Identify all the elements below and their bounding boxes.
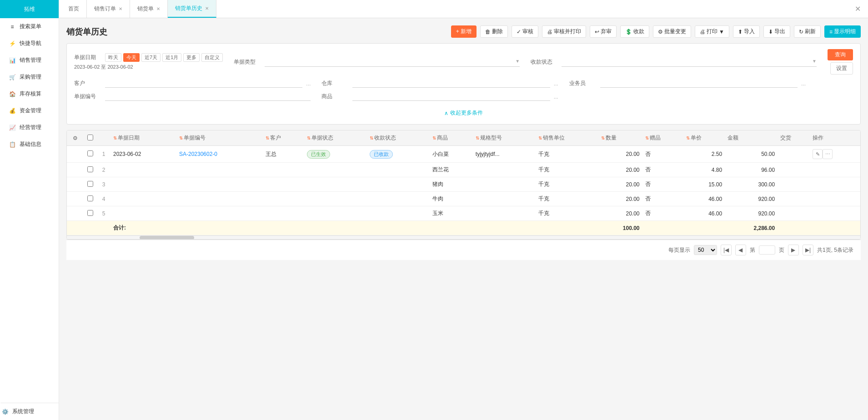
customer-ellipsis-btn[interactable]: ... bbox=[306, 80, 311, 87]
col-payment-status[interactable]: ⇅收款状态 bbox=[367, 130, 430, 146]
sidebar-item-search-menu[interactable]: ≡ 搜索菜单 bbox=[0, 18, 59, 35]
audit-button[interactable]: ✓ 审核 bbox=[512, 25, 538, 38]
export-button[interactable]: ⬇ 导出 bbox=[763, 25, 790, 38]
sidebar-item-basic-info[interactable]: 📋 基础信息 bbox=[0, 136, 59, 153]
refresh-button[interactable]: ↻ 刷新 bbox=[794, 25, 821, 38]
row-amount: 920.00 bbox=[725, 206, 778, 221]
date-btn-1month[interactable]: 近1月 bbox=[162, 53, 181, 62]
last-page-btn[interactable]: ▶| bbox=[803, 245, 813, 255]
col-goods[interactable]: ⇅商品 bbox=[430, 130, 473, 146]
date-btn-7days[interactable]: 近7天 bbox=[141, 53, 161, 62]
edit-btn[interactable]: ✎ bbox=[813, 149, 823, 159]
sidebar-item-system-mgmt[interactable]: ⚙️ 系统管理 bbox=[0, 403, 59, 420]
col-settings[interactable]: ⚙ bbox=[67, 130, 83, 146]
audit-print-icon: 🖨 bbox=[547, 29, 552, 35]
tab-close-sales-goods[interactable]: ✕ bbox=[156, 6, 160, 11]
col-unit[interactable]: ⇅销售单位 bbox=[536, 130, 598, 146]
col-docno[interactable]: ⇅单据编号 bbox=[176, 130, 263, 146]
col-spec[interactable]: ⇅规格型号 bbox=[473, 130, 536, 146]
sort-docstatus-icon: ⇅ bbox=[307, 135, 311, 140]
first-page-btn[interactable]: |◀ bbox=[721, 245, 732, 255]
tab-sales-goods[interactable]: 销货单 ✕ bbox=[130, 0, 168, 18]
delete-button[interactable]: 🗑 删除 bbox=[480, 25, 508, 38]
payment-status-label: 收款状态 bbox=[531, 58, 558, 66]
abandon-button[interactable]: ↩ 弃审 bbox=[590, 25, 617, 38]
row-checkbox[interactable] bbox=[87, 166, 93, 172]
row-amount: 300.00 bbox=[725, 177, 778, 192]
collect-button[interactable]: 💲 收款 bbox=[620, 25, 649, 38]
col-action: 操作 bbox=[810, 130, 860, 146]
sidebar-item-operations-mgmt[interactable]: 📈 经营管理 bbox=[0, 119, 59, 136]
import-button[interactable]: ⬆ 导入 bbox=[733, 25, 760, 38]
row-check[interactable] bbox=[83, 206, 97, 221]
tab-sales-history[interactable]: 销货单历史 ✕ bbox=[168, 0, 216, 18]
row-docno[interactable] bbox=[176, 192, 263, 206]
row-check[interactable] bbox=[83, 177, 97, 192]
capital-mgmt-icon: 💰 bbox=[9, 107, 16, 115]
warehouse-label: 仓库 bbox=[321, 80, 349, 87]
next-page-btn[interactable]: ▶ bbox=[788, 245, 799, 255]
col-gift[interactable]: ⇅赠品 bbox=[642, 130, 684, 146]
row-docno[interactable] bbox=[176, 206, 263, 221]
warehouse-input[interactable] bbox=[352, 79, 550, 88]
col-check[interactable] bbox=[83, 130, 97, 146]
row-checkbox[interactable] bbox=[87, 150, 93, 156]
batch-change-button[interactable]: ⚙ 批量变更 bbox=[653, 25, 691, 38]
payment-status-input[interactable] bbox=[562, 57, 812, 65]
col-price[interactable]: ⇅单价 bbox=[683, 130, 725, 146]
tab-close-sales-order[interactable]: ✕ bbox=[119, 6, 122, 11]
row-check[interactable] bbox=[83, 146, 97, 163]
audit-print-button[interactable]: 🖨 审核并打印 bbox=[542, 25, 586, 38]
customer-input[interactable] bbox=[105, 79, 302, 88]
col-qty[interactable]: ⇅数量 bbox=[598, 130, 642, 146]
row-payment-status bbox=[367, 206, 430, 221]
show-detail-button[interactable]: ≡ 显示明细 bbox=[824, 25, 861, 38]
sidebar-item-capital-mgmt[interactable]: 💰 资金管理 bbox=[0, 102, 59, 119]
warehouse-ellipsis-btn[interactable]: ... bbox=[554, 80, 558, 87]
page-input[interactable]: 1 bbox=[759, 245, 775, 255]
horizontal-scrollbar[interactable] bbox=[67, 235, 860, 239]
date-btn-custom[interactable]: 自定义 bbox=[201, 53, 223, 62]
set-button[interactable]: 设置 bbox=[830, 62, 853, 75]
row-date: 2023-06-02 bbox=[110, 146, 176, 163]
row-checkbox[interactable] bbox=[87, 210, 93, 216]
prev-page-btn[interactable]: ◀ bbox=[735, 245, 746, 255]
tab-sales-order[interactable]: 销售订单 ✕ bbox=[87, 0, 130, 18]
select-all-checkbox[interactable] bbox=[87, 135, 93, 140]
date-btn-yesterday[interactable]: 昨天 bbox=[105, 53, 121, 62]
col-date[interactable]: ⇅单据日期 bbox=[110, 130, 176, 146]
tab-home[interactable]: 首页 bbox=[59, 0, 87, 18]
employee-ellipsis-btn[interactable]: ... bbox=[801, 80, 806, 87]
date-btn-more[interactable]: 更多 bbox=[183, 53, 200, 62]
row-docno[interactable]: SA-20230602-0 bbox=[176, 146, 263, 163]
print-button[interactable]: 🖨 打印 ▼ bbox=[695, 25, 729, 38]
docno-input[interactable] bbox=[105, 92, 311, 101]
doc-type-input[interactable] bbox=[265, 57, 515, 65]
tab-bar-close-all[interactable]: ✕ bbox=[848, 5, 868, 13]
goods-ellipsis-btn[interactable]: ... bbox=[554, 94, 558, 100]
goods-input[interactable] bbox=[352, 92, 550, 101]
add-button[interactable]: + 新增 bbox=[451, 25, 477, 38]
payment-status-filter: 收款状态 ▼ bbox=[531, 57, 817, 67]
tab-close-sales-history[interactable]: ✕ bbox=[205, 6, 209, 11]
row-checkbox[interactable] bbox=[87, 181, 93, 187]
row-docno[interactable] bbox=[176, 177, 263, 192]
page-size-select[interactable]: 50 100 200 bbox=[694, 245, 717, 255]
row-checkbox[interactable] bbox=[87, 195, 93, 201]
sidebar-item-quick-nav[interactable]: ⚡ 快捷导航 bbox=[0, 35, 59, 52]
query-button[interactable]: 查询 bbox=[828, 49, 853, 60]
sidebar-item-purchase-mgmt[interactable]: 🛒 采购管理 bbox=[0, 69, 59, 85]
more-btn[interactable]: ⋯ bbox=[823, 149, 833, 159]
col-doc-status[interactable]: ⇅单据状态 bbox=[304, 130, 367, 146]
row-qty: 20.00 bbox=[598, 177, 642, 192]
date-btn-today[interactable]: 今天 bbox=[123, 53, 140, 62]
sidebar-item-sales-mgmt[interactable]: 📊 销售管理 bbox=[0, 52, 59, 69]
col-customer[interactable]: ⇅客户 bbox=[263, 130, 304, 146]
row-check[interactable] bbox=[83, 163, 97, 177]
sidebar-item-inventory-calc[interactable]: 🏠 库存核算 bbox=[0, 85, 59, 102]
row-docno[interactable] bbox=[176, 163, 263, 177]
collapse-button[interactable]: ∧ 收起更多条件 bbox=[442, 107, 485, 119]
row-check[interactable] bbox=[83, 192, 97, 206]
employee-input[interactable] bbox=[600, 79, 798, 88]
scrollbar-thumb[interactable] bbox=[140, 236, 194, 240]
